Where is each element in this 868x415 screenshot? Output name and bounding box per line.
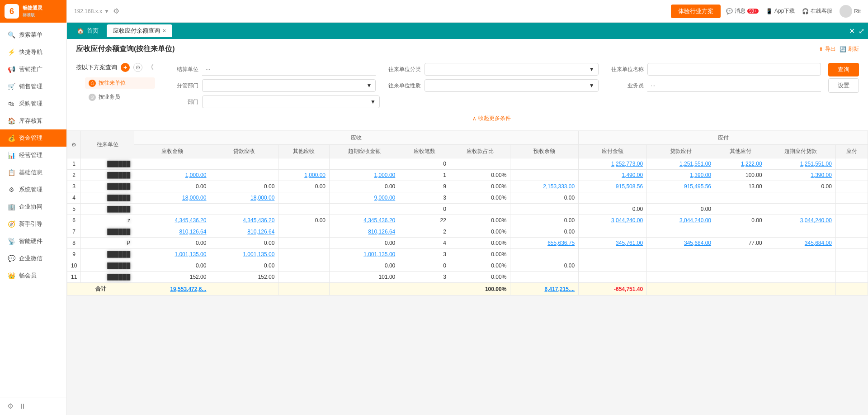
sidebar-item-sales[interactable]: 🛒销售管理 — [0, 78, 66, 95]
tab-ar-query[interactable]: 应收应付余额查询 × — [107, 24, 172, 37]
settings-icon[interactable]: ⚙ — [7, 402, 14, 410]
tab-close-icon[interactable]: × — [163, 28, 166, 34]
cell-ap_overdue[interactable]: 3,044,240.00 — [766, 215, 835, 226]
cell-ar_overdue[interactable]: 1,000.00 — [330, 170, 399, 181]
sidebar-item-inventory[interactable]: 🏠库存核算 — [0, 112, 66, 129]
cell-ar_overdue[interactable]: 1,001,135.00 — [330, 249, 399, 260]
cell-ap_amount[interactable]: 1,252,773.00 — [579, 158, 647, 170]
sidebar-item-operation[interactable]: 📊经营管理 — [0, 147, 66, 164]
query-button[interactable]: 查询 — [828, 63, 859, 76]
unit-nature-select[interactable]: ▼ — [425, 79, 598, 92]
chevron-down-icon: ▼ — [589, 66, 594, 72]
cell-ar_amount[interactable]: 1,001,135.00 — [134, 249, 210, 260]
cell-ap_overdue[interactable]: 1,390.00 — [766, 170, 835, 181]
sidebar-item-search[interactable]: 🔍搜索菜单 — [0, 26, 66, 43]
cell-ar_prepaid: 0.00 — [510, 215, 579, 226]
cell-ap_suffix — [835, 215, 868, 226]
cell-ar_other — [278, 204, 330, 215]
filter-area: 按以下方案查询 + ⊙ 《 ♺ 按往来单位 — [67, 57, 868, 131]
filter-add-button[interactable]: + — [121, 63, 130, 72]
guide-icon: 🧭 — [7, 220, 15, 228]
app-download-button[interactable]: 📱 App下载 — [766, 7, 795, 15]
cell-ar_amount[interactable]: 810,126.64 — [134, 226, 210, 238]
cell-ap_amount[interactable]: 3,044,240.00 — [579, 215, 647, 226]
sidebar-item-quick[interactable]: ⚡快捷导航 — [0, 43, 66, 61]
refresh-button[interactable]: 🔄 刷新 — [840, 45, 859, 53]
cell-ar_amount[interactable]: 18,000.00 — [134, 192, 210, 204]
unit-category-select[interactable]: ▼ — [425, 63, 598, 76]
cell-ar_amount[interactable]: 4,345,436.20 — [134, 215, 210, 226]
sidebar-item-wechat[interactable]: 💬企业微信 — [0, 250, 66, 267]
set-button[interactable]: 设置 — [828, 78, 859, 93]
cell-ap_overdue[interactable]: 345,684.00 — [766, 238, 835, 249]
cell-ar_loan[interactable]: 4,345,436.20 — [210, 215, 278, 226]
tab-close-window[interactable]: ✕ — [849, 27, 855, 35]
unit-name-input[interactable] — [647, 63, 821, 76]
sidebar-item-marketing[interactable]: 📢营销推广 — [0, 61, 66, 78]
branch-dept-select[interactable]: ▼ — [202, 95, 380, 108]
filter-sub-by-staff[interactable]: ⊙ 按业务员 — [85, 91, 155, 103]
field-unit-nature: 往来单位性质 ▼ — [385, 79, 598, 92]
cell-ap_loan[interactable]: 345,684.00 — [647, 238, 715, 249]
tab-home[interactable]: 🏠 首页 — [71, 24, 105, 37]
row-number: 9 — [67, 249, 81, 260]
sidebar-item-hardware[interactable]: 📡智能硬件 — [0, 233, 66, 250]
user-avatar-area[interactable]: Rit — [840, 5, 861, 18]
sidebar-item-guide[interactable]: 🧭新手引导 — [0, 215, 66, 233]
sidebar-item-member[interactable]: 👑畅会员 — [0, 267, 66, 284]
cell-ap_loan[interactable]: 1,251,551.00 — [647, 158, 715, 170]
marketing-icon: 📢 — [7, 65, 15, 73]
sidebar-item-enterprise[interactable]: 🏢企业协同 — [0, 198, 66, 215]
cell-ap_overdue — [766, 272, 835, 283]
filter-settings-button[interactable]: ⊙ — [133, 63, 142, 72]
settlement-unit-input[interactable]: ··· — [202, 63, 376, 76]
filter-sub-by-unit[interactable]: ♺ 按往来单位 — [85, 77, 155, 89]
cell-ar_loan[interactable]: 810,126.64 — [210, 226, 278, 238]
cell-ap_amount[interactable]: 915,508.56 — [579, 181, 647, 192]
cell-ap_suffix — [835, 192, 868, 204]
settings-icon[interactable]: ⚙ — [113, 7, 119, 15]
cell-ap_overdue[interactable]: 1,251,551.00 — [766, 158, 835, 170]
plan-button[interactable]: 体验行业方案 — [671, 5, 721, 18]
table-settings-col[interactable]: ⚙ — [67, 131, 81, 158]
cell-ap_other — [715, 272, 766, 283]
cell-ar_overdue[interactable]: 810,126.64 — [330, 226, 399, 238]
cell-ap_other[interactable]: 1,222.00 — [715, 158, 766, 170]
dept-select[interactable]: ▼ — [202, 79, 376, 92]
cell-ar_amount[interactable]: 1,000.00 — [134, 170, 210, 181]
messages-button[interactable]: 💬 消息 99+ — [726, 7, 759, 15]
sidebar-item-basic[interactable]: 📋基础信息 — [0, 164, 66, 181]
summary-ar-prepaid[interactable]: 6,417,215.... — [510, 283, 579, 296]
sidebar-item-system[interactable]: ⚙系统管理 — [0, 181, 66, 198]
salesperson-input[interactable]: ··· — [647, 79, 821, 92]
cell-ar_ratio: 0.00% — [450, 272, 510, 283]
cell-ar_overdue[interactable]: 9,000.00 — [330, 192, 399, 204]
filter-collapse-toggle[interactable]: 《 — [146, 63, 155, 72]
tab-maximize[interactable]: ⤢ — [859, 27, 864, 35]
cell-ar_overdue[interactable]: 4,345,436.20 — [330, 215, 399, 226]
sidebar-item-purchase[interactable]: 🛍采购管理 — [0, 95, 66, 112]
unit-name-cell: ██████ — [81, 272, 134, 283]
summary-ar-amount[interactable]: 19,553,472,6... — [134, 283, 210, 296]
table-row: 11██████152.00152.00101.0030.00% — [67, 272, 868, 283]
cell-ap_loan[interactable]: 915,495.56 — [647, 181, 715, 192]
export-button[interactable]: ⬆ 导出 — [819, 45, 836, 53]
unit-name-cell: ██████ — [81, 192, 134, 204]
cell-ap_amount[interactable]: 1,490.00 — [579, 170, 647, 181]
cell-ar_loan[interactable]: 1,001,135.00 — [210, 249, 278, 260]
cell-ar_loan[interactable]: 18,000.00 — [210, 192, 278, 204]
collapse-more-btn[interactable]: ∧ 收起更多条件 — [162, 112, 821, 125]
collapse-icon[interactable]: ⏸ — [19, 402, 26, 410]
cell-ap_amount[interactable]: 345,761.00 — [579, 238, 647, 249]
logo-badge: 标准版 — [23, 12, 42, 18]
chevron-down-icon[interactable]: ▼ — [104, 8, 109, 14]
cell-ap_loan[interactable]: 1,390.00 — [647, 170, 715, 181]
cell-ap_loan[interactable]: 3,044,240.00 — [647, 215, 715, 226]
cell-ar_other[interactable]: 1,000.00 — [278, 170, 330, 181]
cell-ar_overdue — [330, 204, 399, 215]
cell-ar_prepaid[interactable]: 655,636.75 — [510, 238, 579, 249]
sidebar-item-finance[interactable]: 💰资金管理 — [0, 129, 66, 147]
online-service-button[interactable]: 🎧 在线客服 — [802, 7, 832, 15]
cell-ar_prepaid[interactable]: 2,153,333.00 — [510, 181, 579, 192]
cell-ap_suffix — [835, 226, 868, 238]
